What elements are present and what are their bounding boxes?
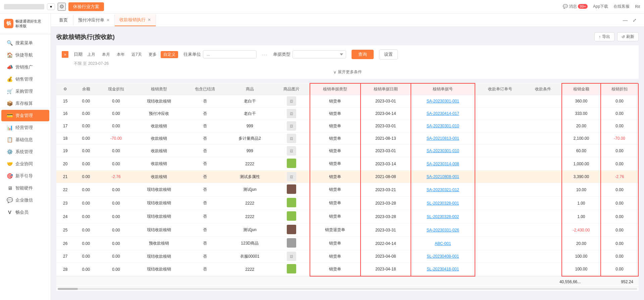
sidebar-item-search[interactable]: 🔍搜索菜单: [1, 37, 49, 49]
cell-bill-no[interactable]: SA-20230321-012: [411, 183, 475, 197]
cell-bill-type: 销货单: [310, 108, 360, 120]
scrollbar[interactable]: [56, 287, 639, 291]
cell-amount: 1.00: [562, 197, 601, 210]
counterparty-label: 往来单位: [183, 51, 201, 57]
tab-minimize-button[interactable]: —: [621, 16, 629, 24]
cell-bill-type: 销货单: [310, 237, 360, 250]
this-year-btn[interactable]: 本年: [114, 51, 127, 58]
cell-bill-no[interactable]: SA-20210813-001: [411, 132, 475, 145]
sidebar-item-sales[interactable]: 💰销售管理: [1, 74, 49, 85]
tab-collection[interactable]: 收款核销执行 ✕: [115, 14, 156, 26]
query-button[interactable]: 查询: [352, 50, 374, 59]
inventory-icon: 📦: [7, 100, 13, 106]
custom-date-btn[interactable]: 自定义: [161, 51, 178, 58]
user-name[interactable]: Rit: [635, 4, 640, 9]
refresh-button[interactable]: ↺ 刷新: [617, 32, 639, 41]
sidebar-item-guide[interactable]: 🎯新手引导: [1, 170, 49, 182]
date-range-row: 不限 至 2023-07-26: [62, 61, 633, 67]
this-month-btn[interactable]: 本月: [99, 51, 113, 58]
cell-bill-no[interactable]: SA-20230314-008: [411, 157, 475, 171]
sidebar-item-management[interactable]: 📊经营管理: [1, 122, 49, 133]
tab-maximize-button[interactable]: ⤢: [631, 16, 639, 24]
cell-product: 多计量商品2: [226, 132, 273, 145]
sidebar-item-marketing[interactable]: 📣营销推广: [1, 61, 49, 73]
system-icon: ⚙️: [7, 149, 13, 155]
sidebar-item-inventory[interactable]: 📦库存核算: [1, 98, 49, 109]
app-download-link[interactable]: App下载: [593, 4, 608, 9]
cell-included: 否: [183, 237, 226, 250]
cell-cash-discount: 0.00: [98, 210, 135, 223]
last-month-btn[interactable]: 上月: [85, 51, 98, 58]
logo-text: 畅捷通谱好生意 标准版: [15, 19, 41, 29]
cell-img: 🖼: [273, 132, 310, 145]
message-icon[interactable]: 💬 消息 99+: [563, 4, 588, 9]
cell-bill-no[interactable]: SL-20230328-002: [411, 210, 475, 223]
cell-amount: 20.00: [562, 237, 601, 250]
sidebar-item-quicknav[interactable]: 🏠快捷导航: [1, 49, 49, 61]
sidebar-item-purchase[interactable]: 🛒采购管理: [1, 86, 49, 97]
setting-button[interactable]: 设置: [379, 49, 398, 59]
expand-more-row[interactable]: ∨ 展开更多条件: [62, 69, 633, 75]
cell-included: 否: [183, 145, 226, 157]
cell-num: 17: [56, 120, 74, 132]
cell-order-no: [475, 120, 525, 132]
sidebar-item-basic[interactable]: 📋基础信息: [1, 134, 49, 145]
cell-bill-no[interactable]: SA-20210808-001: [411, 171, 475, 183]
col-included: 包含已结清: [183, 83, 226, 95]
col-bill-type: 核销单据类型: [310, 83, 360, 95]
cell-pay-cond: [525, 157, 561, 171]
footer-total-discount: 952.24: [621, 280, 633, 284]
cell-bill-no[interactable]: ABC-001: [411, 237, 475, 250]
cell-order-no: [475, 210, 525, 223]
col-amount: 核销金额: [562, 83, 601, 95]
col-cash-discount: 现金折扣: [98, 83, 135, 95]
sidebar-item-hardware[interactable]: 🖥智能硬件: [1, 182, 49, 194]
cell-num: 21: [56, 171, 74, 183]
sidebar-item-wechat[interactable]: 💬企业微信: [1, 195, 49, 206]
cell-order-no: [475, 197, 525, 210]
logo-icon: 畅: [4, 19, 13, 28]
cell-bill-no[interactable]: SL-20230408-001: [411, 250, 475, 263]
scrollbar-thumb[interactable]: [58, 288, 78, 290]
col-order-no: 收款单订单号: [475, 83, 525, 95]
cell-pay-cond: [525, 95, 561, 108]
cell-discount: 0.00: [601, 210, 638, 223]
sidebar-item-collab[interactable]: 🤝企业协同: [1, 158, 49, 170]
tab-prepay[interactable]: 预付冲应付单 ✕: [73, 14, 115, 26]
bill-type-select[interactable]: [292, 50, 346, 58]
online-service-link[interactable]: 在线客服: [613, 4, 630, 9]
more-date-btn[interactable]: 更多: [146, 51, 159, 58]
cell-balance: 0.00: [74, 183, 98, 197]
col-settings[interactable]: ⚙: [56, 83, 74, 95]
sidebar-item-system[interactable]: ⚙️系统管理: [1, 146, 49, 158]
tab-close-prepay[interactable]: ✕: [106, 18, 110, 23]
cell-img: 🖼: [273, 108, 310, 120]
cell-bill-no[interactable]: SA-20230301-001: [411, 95, 475, 108]
cell-pay-cond: [525, 223, 561, 237]
guide-icon: 🎯: [7, 173, 13, 179]
cell-bill-no[interactable]: SL-20230418-001: [411, 263, 475, 276]
col-pay-cond: 收款条件: [525, 83, 561, 95]
cell-bill-no[interactable]: SA-20230301-010: [411, 120, 475, 132]
cell-bill-no[interactable]: SA-20230414-017: [411, 108, 475, 120]
export-button[interactable]: ↑ 导出: [594, 32, 614, 41]
expand-filter-button[interactable]: »: [62, 51, 68, 58]
cell-bill-no[interactable]: SA-20230331-026: [411, 223, 475, 237]
cell-bill-no[interactable]: SL-20230328-001: [411, 197, 475, 210]
last-7days-btn[interactable]: 近7天: [129, 51, 145, 58]
gear-icon[interactable]: ⚙: [58, 3, 66, 11]
cell-amount: 10.00: [562, 183, 601, 197]
cell-bill-no[interactable]: SA-20230301-010: [411, 145, 475, 157]
dropdown-button[interactable]: ▾: [47, 3, 55, 10]
sidebar-item-finance[interactable]: 💳资金管理: [1, 110, 49, 121]
cell-bill-date: 2021-08-13: [361, 132, 411, 145]
industry-button[interactable]: 休验行业方案: [68, 2, 104, 11]
tab-home[interactable]: 首页: [54, 14, 73, 26]
sidebar-item-member[interactable]: V畅会员: [1, 207, 49, 218]
cell-type: 收款核销: [134, 145, 183, 157]
date-label: 日期: [74, 51, 83, 57]
counterparty-input[interactable]: [203, 50, 257, 58]
tab-close-collection[interactable]: ✕: [148, 17, 151, 22]
cell-balance: 0.00: [74, 95, 98, 108]
cell-order-no: [475, 171, 525, 183]
